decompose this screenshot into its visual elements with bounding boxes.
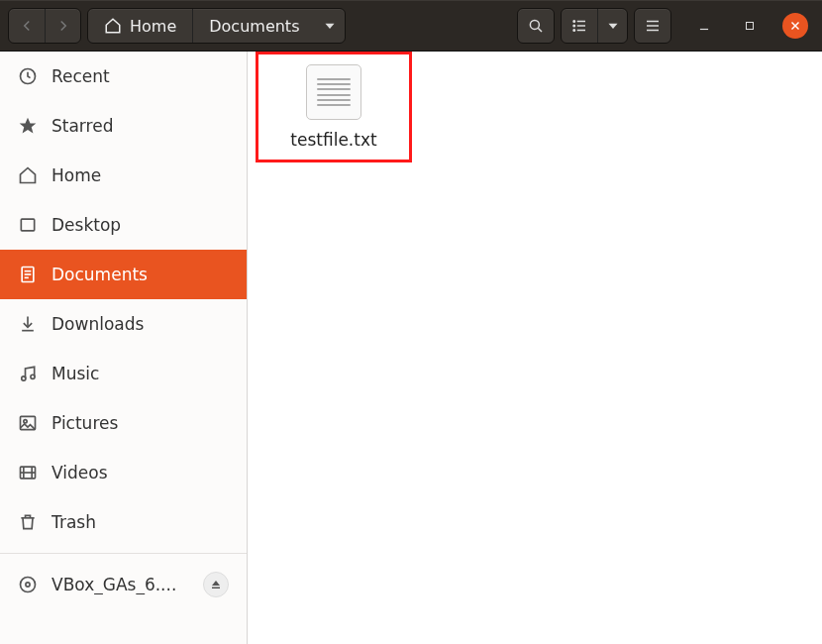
svg-point-26 [31, 375, 35, 378]
svg-point-25 [22, 376, 26, 380]
list-icon [570, 17, 588, 35]
home-outline-icon [104, 17, 122, 35]
sidebar-item-label: Trash [51, 512, 229, 532]
chevron-right-icon [54, 17, 72, 35]
search-icon [527, 17, 545, 35]
sidebar-item-label: Recent [51, 66, 229, 86]
download-icon [18, 314, 38, 334]
window-minimize-button[interactable] [691, 13, 717, 39]
hamburger-icon [644, 17, 662, 35]
sidebar-device-label: VBox_GAs_6.... [51, 575, 189, 594]
view-mode-dropdown-button[interactable] [597, 9, 627, 43]
text-file-icon [306, 64, 361, 120]
file-view[interactable]: testfile.txt [248, 52, 822, 644]
music-icon [18, 364, 38, 383]
body-area: Recent Starred Home Desktop [0, 52, 822, 644]
star-icon [18, 116, 38, 136]
sidebar-item-label: Documents [51, 265, 229, 284]
home-icon [18, 165, 38, 185]
sidebar-item-videos[interactable]: Videos [0, 448, 247, 497]
sidebar-item-label: Desktop [51, 215, 229, 235]
frame-icon [18, 215, 38, 235]
sidebar-item-trash[interactable]: Trash [0, 497, 247, 547]
close-icon [788, 19, 802, 33]
document-icon [18, 265, 38, 284]
window-controls [691, 13, 808, 39]
file-item-testfile[interactable]: testfile.txt [256, 52, 412, 162]
sidebar-item-documents[interactable]: Documents [0, 250, 247, 299]
breadcrumb-home[interactable]: Home [88, 9, 192, 43]
svg-rect-19 [21, 219, 34, 231]
search-button-group [517, 8, 555, 44]
svg-marker-9 [608, 24, 617, 29]
maximize-icon [744, 20, 756, 32]
picture-icon [18, 413, 38, 433]
svg-point-7 [573, 30, 575, 32]
clock-icon [18, 66, 38, 86]
view-mode-group [561, 8, 628, 44]
chevron-left-icon [18, 17, 36, 35]
sidebar-device-vbox-gas[interactable]: VBox_GAs_6.... [0, 560, 247, 609]
sidebar-item-label: Videos [51, 463, 229, 483]
svg-point-28 [24, 420, 27, 423]
back-button[interactable] [9, 9, 45, 43]
breadcrumb-home-label: Home [130, 17, 176, 36]
list-view-button[interactable] [562, 9, 597, 43]
minimize-icon [697, 19, 711, 33]
header-toolbar: Home Documents [0, 0, 822, 52]
disc-icon [18, 575, 38, 594]
breadcrumb-documents[interactable]: Documents [192, 9, 315, 43]
svg-rect-36 [212, 588, 220, 590]
trash-icon [18, 512, 38, 532]
sidebar-item-starred[interactable]: Starred [0, 101, 247, 151]
sidebar-item-label: Downloads [51, 314, 229, 334]
eject-button[interactable] [203, 572, 229, 597]
sidebar-item-pictures[interactable]: Pictures [0, 398, 247, 448]
svg-rect-14 [747, 23, 754, 30]
sidebar-item-label: Home [51, 165, 229, 185]
navigation-buttons-group [8, 8, 81, 44]
eject-icon [210, 579, 222, 590]
breadcrumb-dropdown-button[interactable] [315, 9, 345, 43]
sidebar-item-label: Music [51, 364, 229, 383]
places-sidebar: Recent Starred Home Desktop [0, 52, 248, 644]
search-button[interactable] [518, 9, 554, 43]
caret-down-icon [604, 17, 622, 35]
sidebar-item-label: Pictures [51, 413, 229, 433]
sidebar-separator [0, 553, 247, 554]
svg-point-33 [21, 578, 36, 592]
svg-point-3 [573, 21, 575, 23]
hamburger-menu-button[interactable] [635, 9, 670, 43]
sidebar-item-recent[interactable]: Recent [0, 52, 247, 101]
sidebar-item-home[interactable]: Home [0, 151, 247, 200]
sidebar-item-music[interactable]: Music [0, 349, 247, 398]
menu-button-group [634, 8, 671, 44]
window-close-button[interactable] [782, 13, 808, 39]
svg-marker-35 [212, 581, 220, 586]
file-manager-window: Home Documents [0, 0, 822, 644]
breadcrumb-path: Home Documents [87, 8, 346, 44]
forward-button[interactable] [45, 9, 80, 43]
svg-point-5 [573, 25, 575, 27]
sidebar-item-downloads[interactable]: Downloads [0, 299, 247, 349]
caret-down-icon [321, 17, 339, 35]
window-maximize-button[interactable] [737, 13, 763, 39]
svg-marker-18 [20, 118, 37, 134]
svg-marker-0 [326, 24, 335, 29]
breadcrumb-documents-label: Documents [209, 17, 299, 36]
file-name-label: testfile.txt [290, 130, 376, 150]
sidebar-item-label: Starred [51, 116, 229, 136]
svg-line-2 [538, 28, 542, 32]
svg-point-1 [530, 20, 539, 29]
sidebar-item-desktop[interactable]: Desktop [0, 200, 247, 250]
video-icon [18, 463, 38, 483]
svg-point-34 [26, 583, 30, 587]
